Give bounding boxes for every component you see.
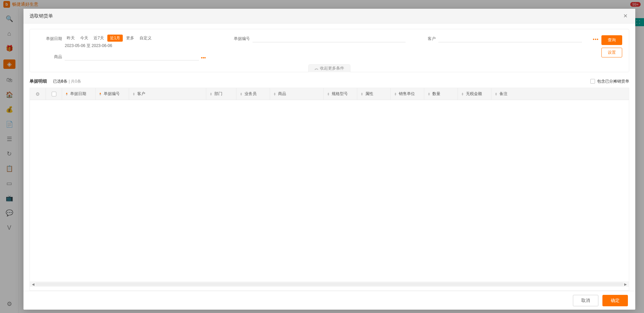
sort-icon: ▲▼ — [240, 92, 243, 96]
sort-icon: ▲▼ — [428, 92, 430, 96]
filter-product-label: 商品 — [37, 53, 62, 60]
col-date[interactable]: ▲▼单据日期 — [62, 88, 96, 100]
filter-date-label: 单据日期 — [37, 35, 62, 42]
col-docno[interactable]: ▲▼单据编号 — [96, 88, 129, 100]
col-qty[interactable]: ▲▼数量 — [424, 88, 458, 100]
sort-icon: ▲▼ — [394, 92, 397, 96]
detail-header: 单据明细 已选0条 | 共0条 包含已分摊销货单 — [30, 78, 629, 84]
chevron-up-icon: ︽ — [315, 65, 319, 71]
sort-icon: ▲▼ — [65, 92, 68, 96]
filter-customer-label: 客户 — [419, 35, 436, 42]
search-button[interactable]: 查询 — [601, 35, 622, 45]
col-customer[interactable]: ▲▼客户 — [129, 88, 206, 100]
col-unit[interactable]: ▲▼销售单位 — [391, 88, 424, 100]
filter-actions: 查询 设置 — [601, 35, 622, 57]
filter-docno-group: 单据编号 — [224, 35, 406, 49]
sort-icon: ▲▼ — [273, 92, 276, 96]
filter-panel: 单据日期 昨天 今天 近7天 近1月 更多 自定义 2023-05-06 至 — [30, 29, 629, 72]
total-count: | 共0条 — [69, 79, 81, 84]
col-sales[interactable]: ▲▼业务员 — [236, 88, 270, 100]
settings-button[interactable]: 设置 — [601, 48, 622, 57]
col-settings[interactable]: ⚙ — [30, 88, 46, 100]
preset-custom[interactable]: 自定义 — [138, 35, 154, 42]
preset-more[interactable]: 更多 — [124, 35, 136, 42]
detail-title: 单据明细 — [30, 78, 47, 84]
date-range-display: 2023-05-06 至 2023-06-06 — [65, 43, 211, 49]
col-spec[interactable]: ▲▼规格型号 — [324, 88, 357, 100]
filter-date-group: 单据日期 昨天 今天 近7天 近1月 更多 自定义 2023-05-06 至 — [37, 35, 211, 49]
customer-more-icon[interactable]: ••• — [593, 37, 599, 42]
preset-yesterday[interactable]: 昨天 — [65, 35, 77, 42]
product-input[interactable] — [65, 53, 199, 60]
sort-icon: ▲▼ — [495, 92, 497, 96]
date-from: 2023-05-06 — [65, 43, 85, 48]
include-split-checkbox[interactable] — [590, 79, 595, 84]
docno-input[interactable] — [253, 35, 406, 42]
modal-footer: 取消 确定 — [23, 291, 635, 310]
modal-title: 选取销货单 — [30, 13, 53, 19]
col-select-all[interactable] — [46, 88, 62, 100]
table-header-row: ⚙ ▲▼单据日期 ▲▼单据编号 ▲▼客户 ▲▼部门 ▲▼业务员 ▲▼商品 ▲▼规… — [30, 88, 629, 100]
sort-icon: ▲▼ — [99, 92, 102, 96]
sort-icon: ▲▼ — [327, 92, 330, 96]
select-sales-order-modal: 选取销货单 ✕ 单据日期 昨天 今天 近7天 近1月 更多 自定义 — [23, 9, 635, 310]
col-attr[interactable]: ▲▼属性 — [357, 88, 391, 100]
col-dept[interactable]: ▲▼部门 — [206, 88, 236, 100]
col-remark[interactable]: ▲▼备注 — [491, 88, 629, 100]
results-table: ⚙ ▲▼单据日期 ▲▼单据编号 ▲▼客户 ▲▼部门 ▲▼业务员 ▲▼商品 ▲▼规… — [30, 88, 629, 291]
col-amount[interactable]: ▲▼无税金额 — [458, 88, 491, 100]
horizontal-scrollbar[interactable]: ◀ ▶ — [30, 281, 629, 287]
sort-icon: ▲▼ — [132, 92, 135, 96]
filter-customer-group: 客户 — [419, 35, 622, 49]
gear-icon: ⚙ — [36, 91, 40, 97]
modal-header: 选取销货单 ✕ — [23, 9, 635, 24]
close-icon[interactable]: ✕ — [621, 12, 629, 20]
scroll-track[interactable] — [35, 282, 624, 286]
selected-count: 已选0条 — [53, 79, 67, 84]
cancel-button[interactable]: 取消 — [573, 295, 598, 306]
preset-7days[interactable]: 近7天 — [92, 35, 106, 42]
collapse-label: 收起更多条件 — [320, 65, 344, 71]
scroll-left-icon[interactable]: ◀ — [31, 282, 35, 286]
product-more-icon[interactable]: ••• — [201, 55, 206, 60]
filter-docno-label: 单据编号 — [224, 35, 250, 42]
collapse-filters-button[interactable]: ︽ 收起更多条件 — [308, 64, 351, 72]
filter-product-group: 商品 ••• — [37, 53, 211, 60]
sort-icon: ▲▼ — [210, 92, 212, 96]
date-to: 2023-06-06 — [92, 43, 112, 48]
customer-input[interactable] — [438, 35, 582, 42]
date-presets: 昨天 今天 近7天 近1月 更多 自定义 — [65, 35, 211, 42]
select-all-checkbox[interactable] — [52, 92, 56, 96]
table-body-empty — [30, 100, 629, 281]
col-product[interactable]: ▲▼商品 — [270, 88, 324, 100]
preset-today[interactable]: 今天 — [78, 35, 90, 42]
date-sep: 至 — [87, 43, 91, 48]
modal-body: 单据日期 昨天 今天 近7天 近1月 更多 自定义 2023-05-06 至 — [23, 24, 635, 291]
confirm-button[interactable]: 确定 — [602, 295, 628, 306]
sort-icon: ▲▼ — [461, 92, 464, 96]
scroll-right-icon[interactable]: ▶ — [624, 282, 628, 286]
include-split-label: 包含已分摊销货单 — [597, 79, 629, 84]
sort-icon: ▲▼ — [361, 92, 363, 96]
preset-1month[interactable]: 近1月 — [107, 35, 123, 42]
